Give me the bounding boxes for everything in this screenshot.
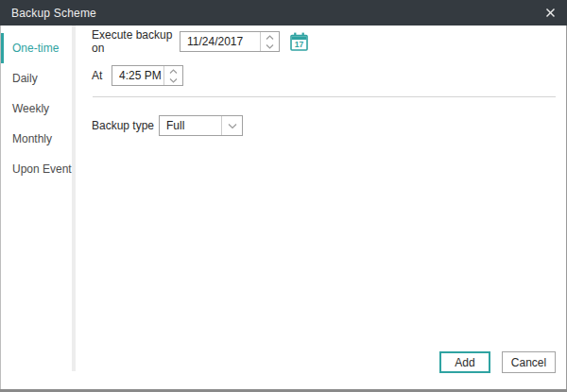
chevron-down-icon — [228, 123, 237, 129]
sidebar-item-weekly[interactable]: Weekly — [1, 94, 72, 124]
section-divider — [93, 96, 556, 97]
svg-text:17: 17 — [294, 40, 303, 49]
chevron-down-icon — [169, 77, 178, 83]
time-field — [112, 65, 183, 86]
execute-backup-label: Execute backup on — [92, 28, 180, 55]
chevron-up-icon — [169, 69, 178, 75]
close-button[interactable] — [529, 0, 556, 26]
time-input[interactable] — [112, 66, 163, 85]
dialog-content: Execute backup on 1 — [76, 26, 567, 392]
sidebar-item-monthly[interactable]: Monthly — [1, 124, 72, 154]
date-spin-down-button[interactable] — [266, 42, 274, 50]
execute-time-row: At — [92, 65, 183, 86]
dialog-title: Backup Scheme — [11, 7, 96, 20]
calendar-17-icon: 17 — [290, 32, 308, 51]
backup-type-row: Backup type Full — [92, 115, 243, 136]
add-button[interactable]: Add — [439, 351, 490, 373]
cancel-button[interactable]: Cancel — [502, 351, 556, 373]
dropdown-button[interactable] — [221, 116, 242, 135]
titlebar: Backup Scheme — [0, 0, 567, 26]
date-spin-up-button[interactable] — [266, 33, 274, 42]
x-icon — [545, 8, 556, 18]
sidebar-item-daily[interactable]: Daily — [1, 63, 72, 94]
sidebar-item-one-time[interactable]: One-time — [1, 33, 72, 63]
date-spinner — [260, 32, 279, 51]
at-label: At — [92, 69, 112, 82]
time-spinner — [163, 66, 182, 85]
open-calendar-button[interactable]: 17 — [289, 32, 308, 51]
time-spin-up-button[interactable] — [169, 67, 178, 76]
time-spin-down-button[interactable] — [169, 76, 178, 84]
schedule-sidebar: One-time Daily Weekly Monthly Upon Event — [1, 26, 76, 371]
backup-type-value: Full — [160, 116, 221, 135]
execute-date-row: Execute backup on 1 — [92, 31, 308, 52]
sidebar-item-upon-event[interactable]: Upon Event — [1, 154, 72, 184]
date-field — [180, 31, 280, 52]
chevron-down-icon — [266, 43, 274, 49]
backup-type-select[interactable]: Full — [159, 115, 243, 136]
backup-type-label: Backup type — [92, 119, 159, 132]
date-input[interactable] — [180, 32, 260, 51]
backup-scheme-dialog: Backup Scheme One-time Daily Weekly Mont… — [0, 0, 567, 392]
chevron-up-icon — [266, 35, 274, 41]
